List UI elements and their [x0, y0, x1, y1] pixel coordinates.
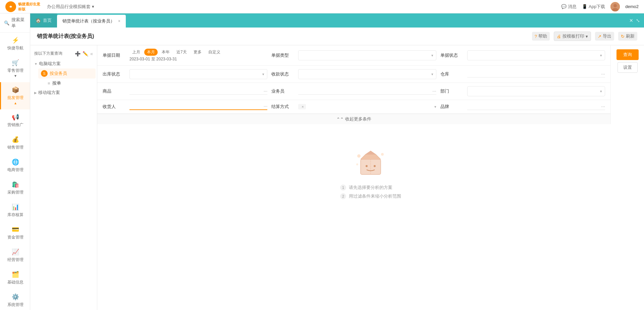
collapse-scheme-button[interactable]: «	[90, 51, 93, 56]
inventory-icon: 📊	[12, 203, 19, 211]
template-print-button[interactable]: 🖨 按模板打印 ▾	[554, 32, 591, 41]
date-tab-more[interactable]: 更多	[191, 49, 204, 56]
help-button[interactable]: ? 帮助	[532, 32, 550, 41]
date-tab-thisyear[interactable]: 本年	[159, 49, 172, 56]
chevron-down-icon: ▾	[14, 73, 16, 78]
filter-panel: 单据日期 上月 本月 本年 近7天 更多 自定义	[97, 45, 644, 310]
warehouse-dots-button[interactable]: ···	[601, 71, 605, 76]
settlement-tag: ×	[298, 104, 306, 109]
finance-icon: 💳	[12, 226, 19, 233]
user-name[interactable]: demo2	[625, 4, 639, 9]
sidebar-item-finance[interactable]: 💳 资金管理	[0, 222, 30, 244]
doc-type-filter: 单据类型 ▾	[271, 49, 436, 62]
collapse-row[interactable]: ⌃⌃ 收起更多条件	[97, 114, 610, 124]
wholesale-icon: 📦	[12, 86, 19, 94]
sales-icon: 💰	[12, 136, 19, 143]
warehouse-filter: 仓库 ···	[440, 69, 605, 79]
sidebar-item-retail[interactable]: 🛒 零售管理 ▾	[0, 55, 30, 82]
page-title: 销货单统计表(按业务员)	[37, 33, 94, 40]
svg-point-6	[366, 165, 368, 167]
retail-icon: 🛒	[12, 59, 19, 66]
home-icon: 🏠	[36, 18, 41, 23]
sidebar-search[interactable]: 🔍 搜索菜单	[0, 13, 30, 33]
sidebar-item-marketing[interactable]: 📢 营销推广	[0, 109, 30, 132]
tree-children-pc: S 按业务员 ≡ 按单	[32, 68, 96, 88]
header-right: 💬 消息 📱 App下载 demo2	[561, 2, 639, 11]
date-filter: 单据日期 上月 本月 本年 近7天 更多 自定义	[103, 49, 267, 62]
date-tab-custom[interactable]: 自定义	[206, 49, 223, 56]
doc-type-dropdown[interactable]: ▾	[298, 50, 436, 60]
svg-point-8	[357, 154, 361, 158]
add-scheme-button[interactable]: ➕	[75, 51, 80, 56]
recipient-input[interactable]	[129, 104, 262, 109]
purchase-icon: 🛍️	[12, 181, 19, 188]
message-button[interactable]: 💬 消息	[561, 4, 577, 10]
settlement-filter: 结算方式 × ▾	[271, 103, 436, 110]
refresh-button[interactable]: ↻ 刷新	[618, 32, 637, 41]
help-icon: ?	[535, 34, 537, 39]
order-icon: ≡	[48, 81, 50, 86]
tree-item-mobile[interactable]: ▶ 移动端方案	[32, 88, 96, 97]
ecommerce-icon: 🌐	[12, 158, 19, 166]
salesperson-filter: 业务员 ···	[271, 86, 436, 96]
export-icon: ↗	[598, 34, 601, 39]
doc-status-dropdown[interactable]: ▾	[467, 50, 605, 60]
sidebar-item-system[interactable]: ⚙️ 系统管理	[0, 289, 30, 310]
chevron-down-icon: ▾	[434, 105, 436, 109]
sidebar-item-basic[interactable]: 🗂️ 基础信息	[0, 267, 30, 289]
settings-button[interactable]: 设置	[618, 62, 638, 73]
recipient-dots-button[interactable]: ···	[264, 103, 268, 109]
out-status-dropdown[interactable]: ▾	[129, 69, 267, 79]
chevron-down-icon: ▾	[431, 53, 433, 58]
settlement-tag-close[interactable]: ×	[302, 105, 304, 109]
scheme-by-salesperson[interactable]: S 按业务员	[38, 68, 96, 79]
scheme-by-order[interactable]: ≡ 按单	[38, 79, 96, 88]
date-tab-7days[interactable]: 近7天	[174, 49, 190, 56]
sidebar-item-ecommerce[interactable]: 🌐 电商管理	[0, 154, 30, 177]
salesperson-dots-button[interactable]: ···	[432, 88, 436, 94]
maximize-icon[interactable]: ⤡	[636, 18, 640, 23]
tree-item-pc[interactable]: ▼ 电脑端方案	[32, 59, 96, 68]
date-tab-lastmonth[interactable]: 上月	[129, 49, 143, 56]
sidebar-item-operations[interactable]: 📈 经营管理	[0, 244, 30, 267]
nav-dropdown[interactable]: 办公用品行业模拟账套 ▾	[47, 4, 94, 10]
avatar[interactable]	[610, 2, 620, 11]
quicknav-icon: ⚡	[12, 37, 19, 44]
collapse-up-icon: ⌃⌃	[336, 117, 344, 122]
export-button[interactable]: ↗ 导出	[595, 32, 614, 41]
chevron-down-icon: ▾	[600, 89, 602, 94]
sidebar-item-sales[interactable]: 💰 销售管理	[0, 132, 30, 154]
content-area: 🏠 首页 销货单统计表（按业务员） × ✕ ⤡ 销货单统计表(按业务员) ? 帮…	[30, 13, 644, 310]
tab-home[interactable]: 🏠 首页	[30, 13, 57, 28]
query-button[interactable]: 查询	[616, 49, 639, 60]
recipient-filter: 收货人 ···	[103, 103, 267, 110]
logo-area: 畅捷通好生意 标版	[5, 1, 40, 12]
chevron-down-icon: ▾	[262, 72, 264, 76]
tab-close-button[interactable]: ×	[118, 19, 120, 23]
main-content: 按以下方案查询 ➕ ✏️ « ▼ 电脑端方案 S	[30, 45, 644, 310]
logo-text: 畅捷通好生意 标版	[18, 2, 40, 11]
basic-icon: 🗂️	[12, 271, 19, 278]
chevron-down-icon: ▾	[600, 53, 602, 58]
scheme-panel: 按以下方案查询 ➕ ✏️ « ▼ 电脑端方案 S	[30, 45, 97, 310]
tab-sales-stat[interactable]: 销货单统计表（按业务员） ×	[57, 15, 126, 28]
sidebar-item-wholesale[interactable]: 📦 批发管理 ▴	[0, 82, 30, 109]
filter-wrapper: 单据日期 上月 本月 本年 近7天 更多 自定义	[97, 45, 644, 124]
payment-status-dropdown[interactable]: ▾	[298, 69, 436, 79]
goods-dots-button[interactable]: ···	[264, 88, 268, 94]
sidebar-item-quicknav[interactable]: ⚡ 快捷导航	[0, 33, 30, 55]
chevron-down-icon: ▾	[431, 72, 433, 76]
brand-dots-button[interactable]: ···	[601, 104, 605, 109]
dept-dropdown[interactable]: ▾	[467, 86, 605, 96]
empty-illustration	[354, 144, 387, 178]
payment-status-filter: 收款状态 ▾	[271, 69, 436, 79]
app-download-button[interactable]: 📱 App下载	[582, 4, 605, 10]
edit-scheme-button[interactable]: ✏️	[83, 51, 88, 56]
page-actions: ? 帮助 🖨 按模板打印 ▾ ↗ 导出 ↻ 刷新	[532, 32, 637, 41]
chevron-down-icon: ▾	[92, 4, 94, 9]
close-tab-icon[interactable]: ✕	[629, 18, 633, 23]
date-tab-thismonth[interactable]: 本月	[144, 49, 158, 56]
dept-filter: 部门 ▾	[440, 86, 605, 96]
sidebar-item-inventory[interactable]: 📊 库存核算	[0, 199, 30, 222]
sidebar-item-purchase[interactable]: 🛍️ 采购管理	[0, 177, 30, 199]
